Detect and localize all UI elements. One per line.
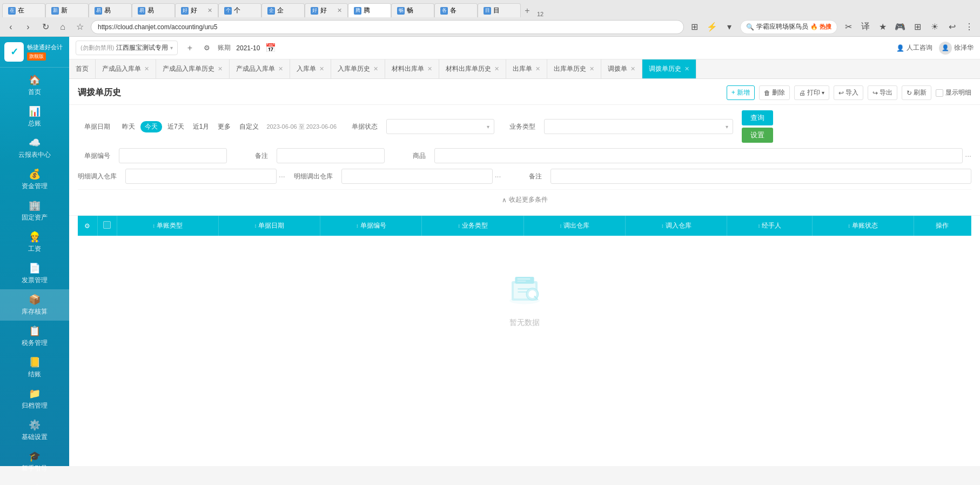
consultant-button[interactable]: 👤 人工咨询 [896, 43, 932, 52]
tab-product-in[interactable]: 产成品入库单 ✕ [96, 59, 156, 79]
tab-out-history[interactable]: 出库单历史 ✕ [547, 59, 601, 79]
th-voucher-no[interactable]: 单据编号 [320, 216, 422, 236]
th-check[interactable] [97, 216, 117, 236]
sidebar-item-reports[interactable]: ☁️ 云报表中心 [0, 132, 69, 164]
sidebar-item-member[interactable]: ✔ 畅会员 [0, 477, 69, 485]
sun-icon[interactable]: ☀ [928, 21, 941, 34]
url-input[interactable] [91, 20, 684, 34]
add-company-button[interactable]: + [183, 42, 196, 55]
browser-tab-2[interactable]: 新 新 [45, 3, 89, 17]
menu-icon[interactable]: ⋮ [963, 21, 976, 34]
undo-icon[interactable]: ↩ [945, 21, 958, 34]
sidebar-item-archive[interactable]: 📁 归档管理 [0, 383, 69, 415]
browser-tab-11[interactable]: 目 目 [478, 3, 521, 17]
th-status[interactable]: 单账状态 [812, 216, 914, 236]
bookmark-button[interactable]: ☆ [73, 21, 86, 34]
tab-close-transfer[interactable]: ✕ [630, 65, 635, 72]
browser-tab-1[interactable]: 在 在 [2, 3, 45, 17]
settings-button[interactable]: 设置 [742, 128, 773, 143]
voucher-no-input[interactable] [119, 148, 227, 163]
delete-button[interactable]: 🗑 删除 [759, 85, 790, 100]
print-button[interactable]: 🖨 打印 ▾ [794, 85, 829, 100]
calendar-icon[interactable]: 📅 [265, 43, 276, 53]
tab-product-in-history[interactable]: 产成品入库单历史 ✕ [156, 59, 230, 79]
sidebar-item-closing[interactable]: 📒 结账 [0, 352, 69, 383]
refresh-button[interactable]: ↻ [39, 21, 52, 34]
goods-dots[interactable]: ··· [965, 151, 971, 160]
tab-close-product-in2[interactable]: ✕ [278, 65, 283, 72]
date-btn-7days[interactable]: 近7天 [164, 121, 187, 132]
th-voucher-type[interactable]: 单账类型 [117, 216, 218, 236]
tab-warehouse-in-history[interactable]: 入库单历史 ✕ [331, 59, 385, 79]
search-bar[interactable]: 🔍 学霸应聘场驱鸟员 🔥 热搜 [740, 20, 837, 34]
remark2-input[interactable] [551, 169, 971, 184]
browser-tab-10[interactable]: 各 各 [434, 3, 478, 17]
tab-close-warehouse-in[interactable]: ✕ [319, 65, 324, 72]
th-in-warehouse[interactable]: 调入仓库 [625, 216, 727, 236]
sidebar-item-home[interactable]: 🏠 首页 [0, 70, 69, 101]
warehouse-out-dots[interactable]: ··· [495, 172, 501, 181]
refresh-button[interactable]: ↻ 刷新 [902, 85, 931, 100]
translate-icon[interactable]: 译 [859, 21, 872, 34]
tab-material-out-history[interactable]: 材料出库单历史 ✕ [439, 59, 506, 79]
display-checkbox[interactable] [936, 89, 943, 97]
date-btn-yesterday[interactable]: 昨天 [119, 121, 138, 132]
warehouse-in-dots[interactable]: ··· [279, 172, 285, 181]
new-tab-button[interactable]: + [521, 4, 534, 17]
company-settings-icon[interactable]: ⚙ [202, 43, 212, 54]
import-button[interactable]: ↩ 导入 [834, 85, 863, 100]
home-button[interactable]: ⌂ [56, 21, 69, 34]
browser-tab-9[interactable]: 畅 畅 [391, 3, 434, 17]
sidebar-item-invoice[interactable]: 📄 发票管理 [0, 258, 69, 289]
user-info[interactable]: 👤 徐泽华 [939, 42, 974, 55]
browser-tab-3[interactable]: 易 易 [89, 3, 132, 17]
export-button[interactable]: ↪ 导出 [868, 85, 897, 100]
remark-input[interactable] [277, 148, 385, 163]
browser-tab-5[interactable]: 好 好 ✕ [175, 3, 218, 17]
scissors-icon[interactable]: ✂ [842, 21, 855, 34]
dropdown-button[interactable]: ▾ [723, 21, 736, 34]
grid-icon[interactable]: ⊞ [911, 21, 924, 34]
th-handler[interactable]: 经手人 [727, 216, 812, 236]
browser-tab-4[interactable]: 易 易 [132, 3, 175, 17]
company-selector[interactable]: (勿删勿禁用) 江西服宝测试专用 ▾ [76, 41, 178, 55]
game-icon[interactable]: 🎮 [894, 21, 907, 34]
sidebar-item-ledger[interactable]: 📊 总账 [0, 101, 69, 132]
tab-warehouse-in[interactable]: 入库单 ✕ [290, 59, 331, 79]
date-btn-custom[interactable]: 自定义 [236, 121, 262, 132]
tab-close-material-out-history[interactable]: ✕ [494, 65, 499, 72]
biztype-select[interactable]: ▾ [544, 119, 733, 134]
sidebar-item-inventory[interactable]: 📦 库存核算 [0, 289, 69, 321]
sidebar-item-tax[interactable]: 📋 税务管理 [0, 321, 69, 352]
sidebar-item-salary[interactable]: 👷 工资 [0, 227, 69, 258]
sidebar-item-guide[interactable]: 🎓 新手引导 [0, 446, 69, 477]
tab-close-out[interactable]: ✕ [535, 65, 540, 72]
th-out-warehouse[interactable]: 调出仓库 [523, 216, 625, 236]
browser-tab-active[interactable]: 腾 腾 [348, 3, 391, 17]
lightning-button[interactable]: ⚡ [706, 21, 719, 34]
warehouse-out-input[interactable] [341, 169, 493, 184]
collapse-button[interactable]: ∧ 收起更多条件 [502, 195, 548, 204]
tab-close-8[interactable]: ✕ [337, 7, 342, 14]
date-btn-1month[interactable]: 近1月 [190, 121, 213, 132]
date-btn-today[interactable]: 今天 [140, 121, 162, 132]
display-toggle[interactable]: 显示明细 [936, 88, 971, 97]
tab-home[interactable]: 首页 [69, 59, 96, 79]
tab-close-warehouse-in-history[interactable]: ✕ [373, 65, 378, 72]
th-gear[interactable]: ⚙ [78, 216, 97, 236]
th-biz-type[interactable]: 业务类型 [422, 216, 523, 236]
tab-product-in2[interactable]: 产成品入库单 ✕ [230, 59, 290, 79]
tab-close-out-history[interactable]: ✕ [589, 65, 594, 72]
sidebar-item-assets[interactable]: 🏢 固定资产 [0, 195, 69, 227]
browser-tab-6[interactable]: 个 个 [218, 3, 261, 17]
sidebar-item-settings[interactable]: ⚙️ 基础设置 [0, 415, 69, 446]
query-button[interactable]: 查询 [742, 110, 773, 125]
date-btn-more[interactable]: 更多 [214, 121, 234, 132]
tab-material-out[interactable]: 材料出库单 ✕ [385, 59, 439, 79]
browser-tab-7[interactable]: 企 企 [261, 3, 305, 17]
sidebar-item-funds[interactable]: 💰 资金管理 [0, 164, 69, 195]
tab-out[interactable]: 出库单 ✕ [506, 59, 547, 79]
th-date[interactable]: 单据日期 [218, 216, 320, 236]
forward-button[interactable]: › [22, 21, 35, 34]
extensions-button[interactable]: ⊞ [688, 21, 701, 34]
